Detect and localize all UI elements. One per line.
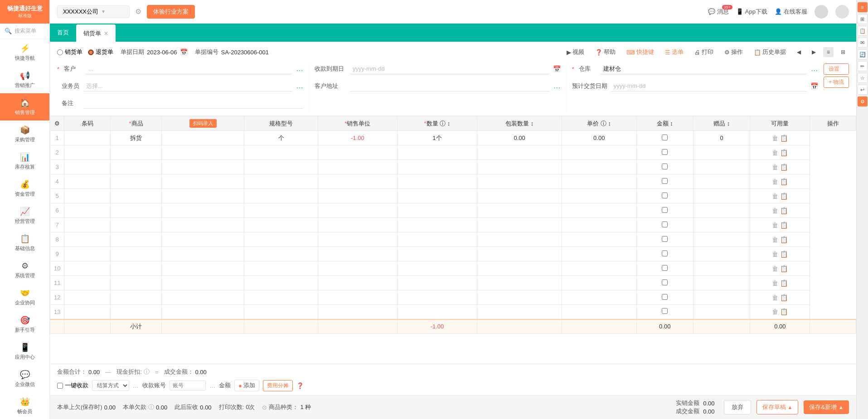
row-gift-checkbox[interactable] [662, 294, 668, 300]
row-gift-checkbox[interactable] [662, 222, 668, 227]
row-delete-icon[interactable]: 🗑 [772, 207, 778, 214]
col-scan[interactable]: 扫码录入 [162, 116, 244, 131]
warehouse-more-icon[interactable]: … [811, 65, 818, 73]
row-qty[interactable] [318, 232, 397, 247]
due-date-calendar-icon[interactable]: 📅 [553, 65, 561, 72]
payment-method-select[interactable]: 结算方式 [92, 380, 129, 391]
user-avatar[interactable] [815, 5, 828, 19]
row-pkg-qty[interactable] [397, 290, 477, 305]
date-calendar-icon[interactable]: 📅 [180, 48, 188, 56]
row-pkg-qty[interactable]: 1个 [397, 131, 477, 145]
row-unit[interactable] [244, 232, 318, 247]
customer-addr-input[interactable] [350, 81, 550, 92]
settings-side-btn[interactable]: 设置 [824, 63, 849, 75]
sidebar-item-sales-mgmt[interactable]: 🏠 销售管理 [0, 93, 49, 120]
row-gift[interactable] [636, 174, 693, 189]
row-gift[interactable] [636, 203, 693, 218]
row-barcode[interactable] [64, 261, 110, 276]
row-gift-checkbox[interactable] [662, 178, 668, 184]
print-btn[interactable]: 🖨 打印 [691, 46, 717, 58]
row-barcode[interactable] [64, 174, 110, 189]
company-selector[interactable]: XXXXXX公司 ▼ [57, 5, 130, 18]
row-barcode[interactable] [64, 232, 110, 247]
row-barcode[interactable] [64, 305, 110, 319]
row-qty[interactable]: -1.00 [318, 131, 397, 145]
customer-addr-more-icon[interactable]: … [553, 82, 561, 90]
right-panel-btn-edit[interactable]: ✏ [858, 61, 868, 71]
row-unit-price[interactable] [477, 174, 562, 189]
sales-order-radio[interactable]: 销货单 [57, 48, 82, 56]
row-pkg-qty[interactable] [397, 189, 477, 203]
row-unit[interactable] [244, 203, 318, 218]
row-pkg-qty[interactable] [397, 305, 477, 319]
save-draft-btn[interactable]: 保存草稿 ▲ [756, 400, 799, 414]
account-more-icon[interactable]: … [209, 382, 215, 389]
row-unit[interactable]: 个 [244, 131, 318, 145]
row-pkg-qty[interactable] [397, 203, 477, 218]
user-avatar-2[interactable] [835, 5, 849, 19]
note-input[interactable] [83, 98, 303, 109]
row-unit-price[interactable] [477, 305, 562, 319]
row-qty[interactable] [318, 305, 397, 319]
sidebar-item-beginner[interactable]: 🎯 新手引导 [0, 311, 49, 338]
salesperson-more-icon[interactable]: … [296, 82, 303, 90]
row-delete-icon[interactable]: 🗑 [772, 294, 778, 301]
add-payment-btn[interactable]: ● 添加 [234, 380, 259, 391]
col-settings[interactable]: ⚙ [50, 116, 64, 131]
row-gift-checkbox[interactable] [662, 265, 668, 271]
row-product[interactable] [110, 261, 161, 276]
gear-settings-btn[interactable]: ⚙ [133, 5, 143, 18]
row-copy-icon[interactable]: 📋 [780, 222, 788, 229]
row-spec[interactable] [162, 160, 244, 174]
row-amount[interactable] [562, 276, 636, 290]
row-delete-icon[interactable]: 🗑 [772, 236, 778, 243]
payment-checkbox[interactable]: 一键收款 [57, 381, 88, 390]
row-gift[interactable] [636, 276, 693, 290]
row-gift-checkbox[interactable] [662, 207, 668, 213]
row-unit-price[interactable] [477, 203, 562, 218]
row-delete-icon[interactable]: 🗑 [772, 164, 778, 171]
row-unit-price[interactable] [477, 290, 562, 305]
row-qty[interactable] [318, 160, 397, 174]
row-gift-checkbox[interactable] [662, 236, 668, 242]
row-unit-price[interactable] [477, 261, 562, 276]
row-unit-price[interactable] [477, 189, 562, 203]
row-delete-icon[interactable]: 🗑 [772, 135, 778, 142]
row-delete-icon[interactable]: 🗑 [772, 222, 778, 229]
prev-btn[interactable]: ◀ [793, 47, 805, 57]
row-spec[interactable] [162, 131, 244, 145]
sidebar-item-app-center[interactable]: 📱 应用中心 [0, 338, 49, 365]
row-unit[interactable] [244, 276, 318, 290]
row-amount[interactable] [562, 189, 636, 203]
row-product[interactable] [110, 247, 161, 261]
row-spec[interactable] [162, 232, 244, 247]
row-product[interactable] [110, 218, 161, 232]
row-spec[interactable] [162, 305, 244, 319]
help-btn[interactable]: ❓ 帮助 [592, 46, 619, 58]
row-spec[interactable] [162, 203, 244, 218]
row-amount[interactable] [562, 203, 636, 218]
expected-date-input[interactable] [611, 81, 807, 92]
row-barcode[interactable] [64, 247, 110, 261]
row-product[interactable] [110, 189, 161, 203]
row-product[interactable]: 拆货 [110, 131, 161, 145]
save-new-btn[interactable]: 保存&新增 ▲ [804, 400, 849, 414]
shortcut-btn[interactable]: ⌨ 快捷键 [623, 46, 658, 58]
row-unit-price[interactable] [477, 145, 562, 160]
row-copy-icon[interactable]: 📋 [780, 265, 788, 272]
logistics-btn[interactable]: + 物流 [824, 77, 849, 88]
sidebar-item-marketing[interactable]: 📢 营销推广 [0, 66, 49, 93]
row-copy-icon[interactable]: 📋 [780, 250, 788, 258]
scan-btn[interactable]: 扫码录入 [189, 119, 217, 128]
discard-btn[interactable]: 放弃 [724, 400, 751, 414]
right-panel-btn-grid[interactable]: ⊞ [858, 14, 868, 24]
row-gift[interactable] [636, 131, 693, 145]
row-delete-icon[interactable]: 🗑 [772, 308, 778, 315]
row-gift[interactable] [636, 218, 693, 232]
row-pkg-qty[interactable] [397, 218, 477, 232]
row-barcode[interactable] [64, 131, 110, 145]
row-copy-icon[interactable]: 📋 [780, 236, 788, 243]
sidebar-item-purchase-mgmt[interactable]: 📦 采购管理 [0, 120, 49, 148]
row-amount[interactable] [562, 145, 636, 160]
row-product[interactable] [110, 305, 161, 319]
